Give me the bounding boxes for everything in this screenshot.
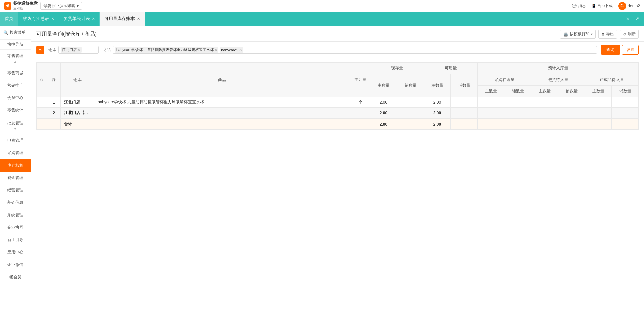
zero-sales-arrow-icon: ▲	[14, 60, 17, 63]
setting-btn[interactable]: 设置	[622, 45, 639, 55]
cell-purchase-in-main	[531, 97, 558, 108]
summary-product-in-sub	[612, 119, 639, 130]
sidebar-item-wechat[interactable]: 企业微信	[0, 259, 31, 271]
th-gear[interactable]: ⚙	[37, 63, 47, 97]
product-tag-1-close[interactable]: ×	[215, 48, 217, 52]
th-purchase-in-sub: 辅数量	[558, 86, 585, 97]
cell-purchase-in-main	[531, 108, 558, 119]
warehouse-more[interactable]: ...	[83, 48, 86, 52]
avatar: Ea	[618, 2, 626, 10]
th-purchase-in: 进货待入量	[531, 74, 585, 86]
tab-receive-summary-close[interactable]: ×	[51, 16, 54, 21]
sidebar-search[interactable]: 🔍 搜索菜单	[0, 26, 31, 40]
cell-warehouse: 江北门店【...	[61, 108, 94, 119]
sidebar-item-online-shop[interactable]: 零售商城	[0, 67, 31, 79]
th-warehouse: 仓库	[61, 63, 94, 97]
product-tag-2-close[interactable]: ×	[239, 48, 242, 52]
tab-order-stat-close[interactable]: ×	[92, 16, 95, 21]
summary-row: 合计 2.00 2.00	[37, 119, 639, 130]
industry-selector[interactable]: 母婴行业演示账套 ▾	[40, 2, 82, 10]
refresh-icon: ↻	[623, 32, 626, 37]
product-more[interactable]: ...	[245, 48, 248, 52]
th-stock-sub: 辅数量	[397, 74, 424, 97]
cell-purchase-main	[478, 97, 504, 108]
tab-home-label: 首页	[5, 16, 13, 22]
sidebar-section-zero-sales: 零售管理 ▲ 零售商城 营销推广 会员中心 零售统计	[0, 50, 31, 117]
export-icon: ⬆	[601, 32, 605, 37]
sidebar-item-operation[interactable]: 经营管理	[0, 184, 31, 196]
sidebar-item-wholesale[interactable]: 批发管理 ▾	[0, 117, 31, 134]
industry-label: 母婴行业演示账套	[43, 3, 75, 9]
table-container: ⚙ 序 仓库 商品 主计量	[31, 58, 644, 326]
th-available-group: 可用量	[424, 63, 478, 74]
sidebar-item-member[interactable]: 会员中心	[0, 92, 31, 104]
th-product-in-sub: 辅数量	[612, 86, 639, 97]
cell-stock-sub	[397, 97, 424, 108]
filter-expand-btn[interactable]: »	[36, 46, 44, 54]
tab-receive-summary[interactable]: 收发存汇总表 ×	[18, 12, 59, 26]
sidebar-item-purchase[interactable]: 采购管理	[0, 147, 31, 159]
cell-product-in-main	[585, 97, 612, 108]
cell-unit	[350, 108, 370, 119]
product-filter-label: 商品	[103, 47, 111, 53]
cell-unit: 个	[350, 97, 370, 108]
warehouse-tag-close[interactable]: ×	[78, 48, 80, 52]
sidebar-item-marketing[interactable]: 营销推广	[0, 79, 31, 92]
sidebar-item-ecommerce[interactable]: 电商管理	[0, 134, 31, 147]
th-no: 序	[47, 63, 61, 97]
tab-receive-summary-label: 收发存汇总表	[23, 16, 49, 22]
cell-stock-sub	[397, 108, 424, 119]
sidebar-item-zero-sales[interactable]: 零售管理 ▲	[0, 50, 31, 67]
app-download-btn[interactable]: 📱 App下载	[591, 3, 613, 9]
quick-nav-btn[interactable]: 快捷导航	[0, 40, 31, 50]
th-purchase-transit-main: 主数量	[478, 86, 504, 97]
message-btn[interactable]: 💬 消息	[572, 3, 586, 9]
summary-purchase-main	[478, 119, 504, 130]
cell-available-main: 2.00	[424, 97, 451, 108]
app-icon: 📱	[591, 4, 596, 8]
gear-icon: ⚙	[40, 78, 44, 82]
warehouse-filter-label: 仓库	[48, 47, 56, 53]
th-product: 商品	[94, 63, 350, 97]
product-filter-group: 商品 babycare学饮杯 儿童防摔防撞吸管杯重力球吸嘴杯宝宝水杯 × bab…	[103, 46, 597, 54]
summary-available-sub	[451, 119, 478, 130]
tab-home[interactable]: 首页	[0, 12, 18, 26]
search-menu-btn[interactable]: 🔍 搜索菜单	[2, 28, 29, 37]
cell-no: 1	[47, 97, 61, 108]
sidebar-item-basic-info[interactable]: 基础信息	[0, 196, 31, 209]
table-row: 2 江北门店【... 2.00 2.00	[37, 108, 639, 119]
th-product-in-main: 主数量	[585, 86, 612, 97]
user-menu[interactable]: Ea demo2	[618, 2, 640, 10]
query-btn[interactable]: 查询	[601, 45, 620, 55]
sidebar-item-finance[interactable]: 资金管理	[0, 172, 31, 184]
sidebar-item-sys-manage[interactable]: 系统管理	[0, 209, 31, 221]
warehouse-filter-input[interactable]: 江北门店 × ...	[58, 46, 99, 54]
sidebar-item-app-center[interactable]: 应用中心	[0, 246, 31, 259]
tab-nav: 首页 收发存汇总表 × 要货单统计表 × 可用量库存账本 × ✕ ⤢	[0, 12, 644, 26]
sidebar-item-inventory[interactable]: 库存核算	[0, 159, 31, 172]
product-filter-input[interactable]: babycare学饮杯 儿童防摔防撞吸管杯重力球吸嘴杯宝宝水杯 × babyca…	[113, 46, 597, 54]
tab-order-stat[interactable]: 要货单统计表 ×	[59, 12, 100, 26]
print-template-btn[interactable]: 🖨️ 按模板打印 ▾	[560, 30, 596, 39]
th-purchase-in-main: 主数量	[531, 86, 558, 97]
tab-available-ledger-close[interactable]: ×	[137, 16, 140, 21]
sidebar-item-member2[interactable]: 畅会员	[0, 271, 31, 283]
page-title: 可用量查询(按仓库+商品)	[36, 31, 97, 38]
content-area: 可用量查询(按仓库+商品) 🖨️ 按模板打印 ▾ ⬆ 导出 ↻ 刷新	[31, 26, 644, 326]
refresh-btn[interactable]: ↻ 刷新	[620, 30, 639, 39]
cell-product-in-main	[585, 108, 612, 119]
tab-close-btn[interactable]: ✕	[624, 15, 632, 23]
cell-product-in-sub	[612, 108, 639, 119]
tab-available-ledger[interactable]: 可用量库存账本 ×	[100, 12, 145, 26]
th-purchase-transit: 采购在途量	[478, 74, 531, 86]
sidebar-item-new-guide[interactable]: 新手引导	[0, 234, 31, 246]
export-btn[interactable]: ⬆ 导出	[598, 30, 617, 39]
print-dropdown-icon: ▾	[591, 32, 593, 36]
sidebar-item-enterprise[interactable]: 企业协同	[0, 221, 31, 234]
summary-available-main: 2.00	[424, 119, 451, 130]
tab-expand-btn[interactable]: ⤢	[633, 15, 641, 23]
cell-product: babycare学饮杯 儿童防摔防撞吸管杯重力球吸嘴杯宝宝水杯	[94, 97, 350, 108]
cell-warehouse: 江北门店	[61, 97, 94, 108]
th-stock-main: 主数量	[370, 74, 397, 97]
sidebar-item-retail-stat[interactable]: 零售统计	[0, 104, 31, 117]
